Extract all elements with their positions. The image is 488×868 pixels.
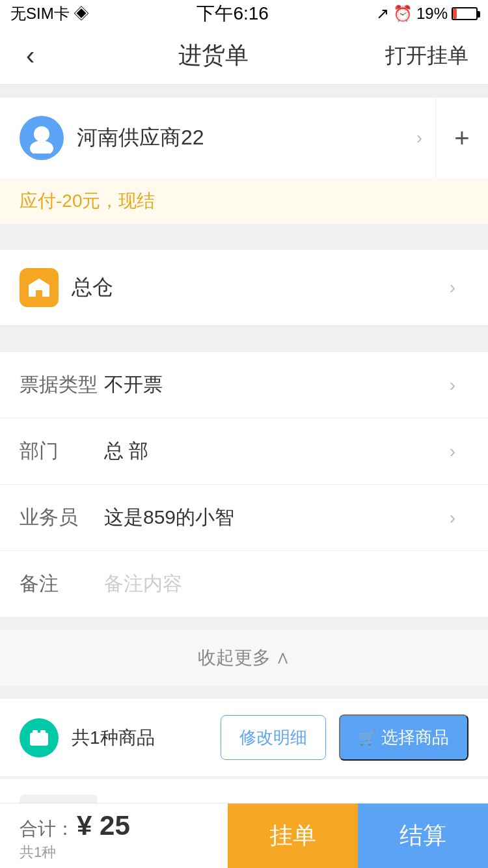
product-count-text: 共1种商品 bbox=[72, 726, 208, 750]
open-hang-button[interactable]: 打开挂单 bbox=[385, 42, 468, 70]
location-icon: ↗ bbox=[376, 5, 389, 23]
select-product-label: 选择商品 bbox=[381, 726, 449, 749]
supplier-section: 河南供应商22 › + bbox=[0, 98, 488, 178]
battery-percent: 19% bbox=[416, 5, 448, 23]
chevron-right-icon: › bbox=[437, 277, 468, 298]
invoice-value: 不开票 bbox=[98, 372, 437, 398]
chevron-right-icon: › bbox=[403, 128, 435, 148]
add-supplier-button[interactable]: + bbox=[436, 105, 488, 171]
department-row[interactable]: 部门 总 部 › bbox=[0, 418, 488, 485]
invoice-type-row[interactable]: 票据类型 不开票 › bbox=[0, 352, 488, 418]
page-title: 进货单 bbox=[178, 40, 249, 72]
alarm-icon: ⏰ bbox=[393, 5, 413, 23]
total-amount: ¥ 25 bbox=[77, 810, 130, 841]
select-product-icon: 🛒 bbox=[359, 729, 376, 746]
select-product-button[interactable]: 🛒 选择商品 bbox=[339, 714, 468, 761]
svg-point-0 bbox=[34, 126, 49, 142]
svg-rect-5 bbox=[40, 730, 46, 734]
form-section: 票据类型 不开票 › 部门 总 部 › 业务员 这是859的小智 › 备注 备注… bbox=[0, 352, 488, 617]
dept-value: 总 部 bbox=[98, 438, 437, 465]
svg-rect-3 bbox=[30, 733, 48, 746]
product-header: 共1种商品 修改明细 🛒 选择商品 bbox=[0, 699, 488, 776]
item-count: 共1种 bbox=[20, 843, 208, 862]
staff-label: 业务员 bbox=[20, 504, 98, 531]
svg-rect-2 bbox=[36, 290, 42, 297]
warehouse-section[interactable]: 总仓 › bbox=[0, 250, 488, 326]
warehouse-icon bbox=[20, 268, 59, 307]
chevron-right-icon: › bbox=[437, 441, 468, 462]
svg-point-1 bbox=[30, 141, 53, 154]
invoice-label: 票据类型 bbox=[20, 372, 98, 398]
supplier-select[interactable]: 河南供应商22 › bbox=[0, 98, 436, 178]
svg-rect-4 bbox=[33, 730, 38, 734]
remark-input[interactable]: 备注内容 bbox=[98, 571, 468, 597]
sim-status: 无SIM卡 ◈ bbox=[10, 3, 89, 24]
warning-banner: 应付-20元，现结 bbox=[0, 178, 488, 224]
status-time: 下午6:16 bbox=[197, 1, 269, 26]
supplier-avatar bbox=[20, 116, 64, 160]
staff-value: 这是859的小智 bbox=[98, 504, 437, 531]
dept-label: 部门 bbox=[20, 438, 98, 465]
status-right: ↗ ⏰ 19% bbox=[376, 5, 478, 23]
hang-button[interactable]: 挂单 bbox=[228, 804, 358, 869]
hang-label: 挂单 bbox=[269, 820, 316, 852]
battery-icon bbox=[452, 7, 478, 20]
checkout-label: 结算 bbox=[400, 820, 446, 852]
footer-total: 合计： ¥ 25 共1种 bbox=[0, 810, 228, 862]
footer: 合计： ¥ 25 共1种 挂单 结算 bbox=[0, 803, 488, 868]
supplier-name: 河南供应商22 bbox=[77, 124, 403, 152]
back-button[interactable]: ‹ bbox=[20, 34, 41, 77]
status-bar: 无SIM卡 ◈ 下午6:16 ↗ ⏰ 19% bbox=[0, 0, 488, 27]
checkout-button[interactable]: 结算 bbox=[358, 804, 488, 869]
remark-label: 备注 bbox=[20, 571, 98, 597]
chevron-right-icon: › bbox=[437, 508, 468, 528]
staff-row[interactable]: 业务员 这是859的小智 › bbox=[0, 485, 488, 551]
collapse-label: 收起更多 ∧ bbox=[198, 645, 291, 670]
nav-bar: ‹ 进货单 打开挂单 bbox=[0, 27, 488, 85]
remark-row[interactable]: 备注 备注内容 bbox=[0, 551, 488, 617]
warehouse-name: 总仓 bbox=[72, 273, 437, 302]
product-count-icon bbox=[20, 718, 59, 757]
edit-detail-button[interactable]: 修改明细 bbox=[221, 715, 326, 760]
collapse-button[interactable]: 收起更多 ∧ bbox=[0, 630, 488, 686]
total-label: 合计： bbox=[20, 817, 74, 841]
status-left: 无SIM卡 ◈ bbox=[10, 3, 89, 24]
chevron-right-icon: › bbox=[437, 375, 468, 396]
